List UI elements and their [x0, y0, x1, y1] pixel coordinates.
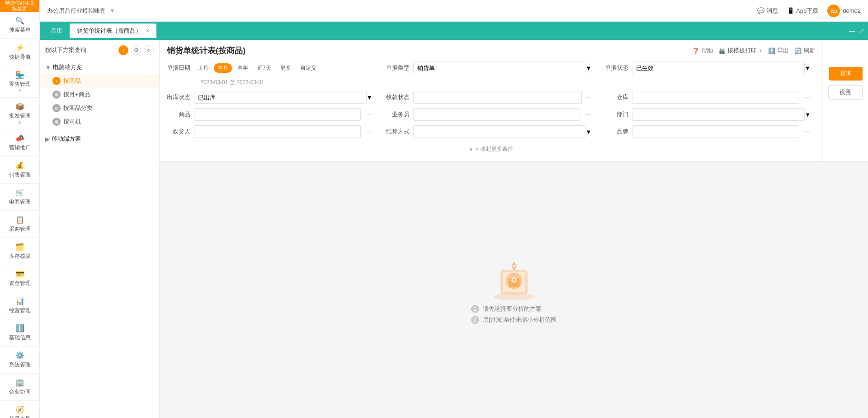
empty-tip-2: 2 用[过滤]条件来缩小分析范围 — [471, 316, 557, 324]
docstatus-select[interactable]: 已生效 — [632, 62, 805, 74]
receiver-filter-cell: 收货人 ··· — [167, 125, 377, 138]
salesman-input[interactable] — [413, 108, 580, 121]
settings-button[interactable]: 设置 — [828, 85, 863, 100]
active-item-label: 按商品 — [63, 77, 81, 85]
mobile-group-header[interactable]: ▶ 移动端方案 — [40, 132, 159, 146]
tree-item-goods-category[interactable]: ▤ 按商品分类 — [40, 101, 159, 115]
sidebar-search-label: 搜索菜单 — [9, 26, 31, 34]
tip-num-2: 2 — [471, 316, 479, 324]
goods-category-label: 按商品分类 — [63, 104, 93, 112]
export-label: 导出 — [777, 47, 789, 55]
maximize-btn[interactable]: ⤢ — [859, 27, 864, 34]
brand-input[interactable] — [632, 125, 799, 138]
logo-subtext: 标签页 — [12, 6, 27, 12]
collapse-bar[interactable]: ∧ ∧ 收起更多条件 — [167, 142, 815, 156]
pc-group-header[interactable]: ▼ 电脑端方案 — [40, 61, 159, 74]
collapse-panel-btn[interactable]: « — [144, 45, 154, 55]
tab-close-btn[interactable]: × — [146, 28, 149, 34]
date-tab-7days[interactable]: 近7天 — [254, 63, 275, 73]
tab-active[interactable]: 销货单统计表（按商品） × — [70, 24, 156, 38]
tab-home[interactable]: 首页 — [43, 24, 70, 38]
sidebar-item-marketing[interactable]: 📣 营销推广 — [0, 129, 39, 157]
sidebar-logo[interactable]: 畅捷信好生意 标签页 — [0, 0, 39, 12]
sidebar-item-inventory[interactable]: 🗂️ 库存核算 — [0, 238, 39, 265]
sidebar-item-sales[interactable]: 💰 销售管理 — [0, 157, 39, 184]
date-tab-thismonth[interactable]: 本月 — [214, 63, 232, 73]
messages-label: 消息 — [766, 7, 778, 15]
dept-select[interactable] — [632, 108, 805, 121]
tree-item-by-driver[interactable]: ▦ 按司机 — [40, 115, 159, 128]
tree-item-month-goods[interactable]: ▦ 按月+商品 — [40, 88, 159, 101]
receiver-dots[interactable]: ··· — [366, 128, 372, 136]
goods-control: ··· — [194, 108, 373, 121]
warehouse-input[interactable] — [632, 91, 799, 104]
sidebar-item-purchase[interactable]: 📋 采购管理 — [0, 211, 39, 238]
tree-item-by-goods[interactable]: ● 按商品 — [40, 74, 159, 88]
stockout-filter-cell: 出库状态 已出库 ▼ — [167, 91, 377, 104]
payment-input[interactable] — [413, 91, 582, 104]
sidebar-item-system[interactable]: ⚙️ 系统管理 — [0, 347, 39, 374]
stockout-control: 已出库 ▼ — [194, 91, 373, 104]
svg-line-7 — [512, 265, 514, 270]
date-tab-thisyear[interactable]: 本年 — [234, 63, 252, 73]
goods-dots[interactable]: ··· — [366, 110, 372, 119]
dropdown-icon[interactable]: ▼ — [109, 7, 115, 14]
empty-state: 1 请先选择要分析的方案 2 用[过滤]条件来缩小分析范围 — [160, 162, 868, 418]
search-icon: 🔍 — [15, 16, 24, 25]
sidebar-item-basic[interactable]: ℹ️ 基础信息 — [0, 319, 39, 347]
wholesale-icon: 📦 — [15, 102, 24, 111]
month-goods-icon: ▦ — [52, 90, 61, 99]
receiver-input[interactable] — [194, 125, 361, 138]
sidebar-basic-label: 基础信息 — [9, 334, 31, 342]
stockout-select[interactable]: 已出库 — [194, 91, 367, 104]
sidebar-item-finance[interactable]: 💳 资金管理 — [0, 265, 39, 292]
app-download-action[interactable]: 📱 App下载 — [787, 7, 818, 15]
sidebar-item-retail[interactable]: 🏪 零售管理 ▼ — [0, 66, 39, 98]
refresh-action[interactable]: 🔄 刷新 — [794, 47, 815, 55]
sidebar-item-search[interactable]: 🔍 搜索菜单 — [0, 12, 39, 39]
date-tabs: 上月 本月 本年 近7天 更多 自定义 — [194, 63, 320, 73]
salesman-dots[interactable]: ··· — [585, 110, 591, 119]
sidebar-item-enterprise[interactable]: 🏢 企业协同 — [0, 374, 39, 401]
quicknav-icon: ⚡ — [15, 43, 24, 52]
system-icon: ⚙️ — [15, 351, 24, 360]
payment-dots[interactable]: ··· — [585, 93, 591, 101]
paymethod-select[interactable] — [413, 125, 586, 138]
goods-input[interactable] — [194, 108, 361, 121]
settings-scheme-btn[interactable]: ⚙ — [131, 45, 141, 55]
help-action[interactable]: ❓ 帮助 — [692, 47, 713, 55]
date-tab-lastmonth[interactable]: 上月 — [194, 63, 212, 73]
date-tab-more[interactable]: 更多 — [277, 63, 295, 73]
doctype-chevron: ▼ — [585, 65, 591, 71]
print-dropdown-icon: ▼ — [759, 48, 763, 53]
basic-icon: ℹ️ — [15, 324, 24, 332]
payment-label: 收款状态 — [386, 93, 413, 101]
dept-chevron: ▼ — [805, 111, 811, 118]
stockout-label: 出库状态 — [167, 93, 194, 101]
sidebar-purchase-label: 采购管理 — [9, 225, 31, 233]
brand-dots[interactable]: ··· — [805, 128, 811, 136]
export-action[interactable]: ⬆️ 导出 — [768, 47, 789, 55]
ecom-icon: 🛒 — [15, 188, 24, 197]
receiver-control: ··· — [194, 125, 373, 138]
doctype-select[interactable]: 销货单 — [413, 62, 586, 74]
sidebar-item-ecom[interactable]: 🛒 电商管理 — [0, 184, 39, 211]
sidebar-item-guide[interactable]: 🧭 新手引导 — [0, 401, 39, 418]
marketing-icon: 📣 — [15, 134, 24, 142]
sidebar-item-operations[interactable]: 📊 经营管理 — [0, 292, 39, 319]
warehouse-dots[interactable]: ··· — [805, 93, 811, 101]
date-label: 单据日期 — [167, 64, 194, 72]
help-icon: ❓ — [692, 48, 699, 54]
sidebar-item-wholesale[interactable]: 📦 批发管理 ▲ — [0, 98, 39, 129]
sidebar-item-quicknav[interactable]: ⚡ 快捷导航 — [0, 39, 39, 66]
stockout-chevron: ▼ — [367, 94, 373, 101]
add-scheme-btn[interactable]: + — [118, 45, 128, 55]
user-profile[interactable]: Ea demo2 — [827, 5, 861, 17]
date-tab-custom[interactable]: 自定义 — [297, 63, 320, 73]
dept-filter-cell: 部门 ▼ — [605, 108, 815, 121]
print-action[interactable]: 🖨️ 按模板打印 ▼ — [718, 47, 763, 55]
enterprise-icon: 🏢 — [15, 378, 24, 387]
query-button[interactable]: 查询 — [829, 67, 863, 81]
messages-action[interactable]: 💬 消息 — [757, 7, 778, 15]
minimize-btn[interactable]: — — [849, 27, 855, 34]
